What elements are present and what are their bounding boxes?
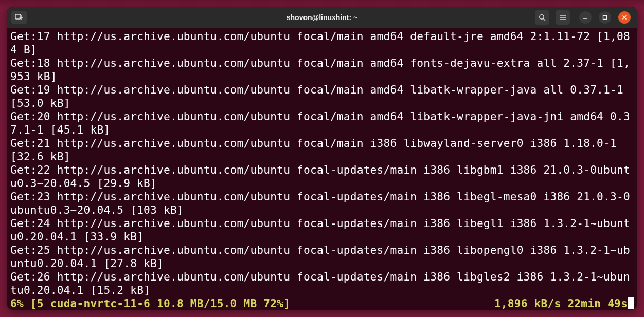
output-line: Get:20 http://us.archive.ubuntu.com/ubun… [10, 110, 630, 136]
output-line: Get:26 http://us.archive.ubuntu.com/ubun… [10, 270, 630, 296]
svg-point-3 [540, 15, 544, 19]
svg-line-4 [543, 18, 545, 21]
output-line: Get:18 http://us.archive.ubuntu.com/ubun… [10, 57, 630, 83]
hamburger-icon [559, 14, 566, 21]
search-icon [539, 14, 546, 21]
output-line: Get:17 http://us.archive.ubuntu.com/ubun… [10, 30, 630, 56]
cursor [628, 297, 634, 309]
output-line: Get:23 http://us.archive.ubuntu.com/ubun… [10, 190, 630, 216]
output-line: Get:25 http://us.archive.ubuntu.com/ubun… [10, 244, 630, 270]
output-line: Get:22 http://us.archive.ubuntu.com/ubun… [10, 163, 630, 190]
apt-progress-line: 6% [5 cuda-nvrtc-11-6 10.8 MB/15.0 MB 72… [10, 297, 634, 310]
output-line: Get:24 http://us.archive.ubuntu.com/ubun… [10, 217, 630, 243]
close-icon [622, 15, 627, 20]
terminal-output[interactable]: Get:17 http://us.archive.ubuntu.com/ubun… [7, 28, 637, 310]
output-line: Get:19 http://us.archive.ubuntu.com/ubun… [10, 83, 630, 109]
minimize-button[interactable] [579, 11, 592, 24]
minimize-icon [583, 15, 588, 20]
window-title: shovon@linuxhint: ~ [287, 13, 357, 22]
svg-rect-9 [603, 16, 607, 20]
progress-right: 1,896 kB/s 22min 49s [494, 297, 628, 310]
terminal-window: shovon@linuxhint: ~ Get:17 http://us. [7, 7, 637, 310]
progress-left: 6% [5 cuda-nvrtc-11-6 10.8 MB/15.0 MB 72… [10, 297, 290, 310]
output-line: Get:21 http://us.archive.ubuntu.com/ubun… [10, 137, 623, 163]
titlebar: shovon@linuxhint: ~ [7, 7, 637, 28]
menu-button[interactable] [556, 10, 570, 25]
close-button[interactable] [618, 11, 631, 24]
search-button[interactable] [535, 10, 549, 25]
maximize-button[interactable] [599, 11, 611, 24]
new-tab-button[interactable] [11, 11, 27, 24]
maximize-icon [602, 15, 607, 20]
svg-rect-0 [15, 14, 21, 19]
new-tab-icon [15, 14, 23, 21]
